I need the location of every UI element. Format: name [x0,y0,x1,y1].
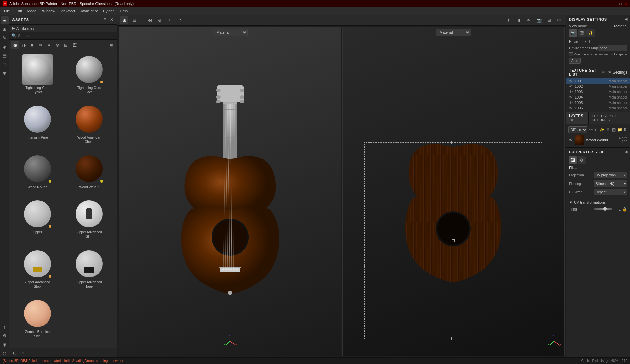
menu-edit[interactable]: Edit [13,8,25,14]
vp-transform-btn[interactable]: ⊕ [156,16,164,24]
tiling-lock-btn[interactable]: 🔒 [622,206,627,212]
menu-javascript[interactable]: JavaScript [78,8,100,14]
asset-item-zipper-adv-sli[interactable]: Zipper Advanced Sli... [64,197,115,246]
asset-item-zipper-adv-stop[interactable]: Zipper Advanced Stop [12,247,63,296]
tsl-settings[interactable]: Settings [613,70,627,75]
filter-brush-btn[interactable]: ✏ [37,41,44,49]
minimize-btn[interactable]: ─ [614,2,617,6]
filter-half-sphere-btn[interactable]: ◑ [20,41,27,49]
tsl-eye-on[interactable]: 👁 [602,70,606,75]
asset-item-zombie[interactable]: Zombie Bubbles Skin [12,297,63,345]
asset-add-btn[interactable]: + [28,349,34,356]
filter-sphere-btn[interactable]: ◉ [11,41,19,49]
tsl-item-eye-1004[interactable]: 👁 [569,95,573,99]
left-view-mode-select[interactable]: Material Base Color Wireframe [213,29,247,36]
override-checkbox[interactable] [569,52,573,56]
filter-grid-btn[interactable]: ⊞ [62,41,70,49]
filter-square-btn[interactable]: ■ [28,41,36,49]
layer-fill-btn[interactable]: ▤ [611,126,617,133]
tsl-item-1005[interactable]: 👁 1005 Main shader [566,100,630,105]
sidebar-icon-fill[interactable]: ▤ [1,51,9,59]
vp-pause-btn[interactable]: ⏸ [515,16,523,24]
layer-paint-btn[interactable]: ✏ [588,126,593,133]
ds-tab-camera[interactable]: 📷 [569,29,577,37]
menu-window[interactable]: Window [39,8,58,14]
tab-layers[interactable]: LAYERS ✕ [566,112,589,124]
vp-grid4-btn[interactable]: ⊞ [120,16,128,24]
prop-tab-material[interactable]: 🖼 [569,156,577,164]
ds-tab-effects[interactable]: ✨ [586,29,595,37]
tsl-item-eye-1005[interactable]: 👁 [569,101,573,105]
asset-item-cord-lace[interactable]: Tightening Cord Lace [64,53,115,101]
layer-delete-btn[interactable]: 🗑 [623,126,628,133]
asset-item-zipper[interactable]: Zipper [12,197,63,246]
tsl-item-1003[interactable]: 👁 1003 Main shader [566,89,630,94]
vp-grid-btn[interactable]: ⊞ [545,16,553,24]
tsl-item-eye-1006[interactable]: 👁 [569,106,573,110]
vp-settings-btn[interactable]: ⚙ [555,16,563,24]
display-settings-collapse-btn[interactable]: ◀ [625,17,627,21]
sidebar-icon-settings2[interactable]: ⚙ [1,332,9,340]
tsl-item-eye-1002[interactable]: 👁 [569,84,573,88]
vp-shadow-btn[interactable]: ☀ [504,16,513,24]
maximize-btn[interactable]: □ [619,2,622,6]
env-map-input[interactable] [598,45,627,51]
layer-group-btn[interactable]: 📁 [617,126,622,133]
filter-image-btn[interactable]: 🖼 [71,41,78,49]
close-btn[interactable]: ✕ [624,2,627,6]
tsl-item-1004[interactable]: 👁 1004 Main shader [566,94,630,100]
tsl-item-eye-1003[interactable]: 👁 [569,90,573,94]
grid-layout-btn[interactable]: ⊞ [108,41,115,49]
tab-layers-close[interactable]: ✕ [569,118,575,122]
viewport-pane-left[interactable]: Material Base Color Wireframe [119,27,341,356]
tsl-item-1001[interactable]: 👁 1001 Main shader [566,78,630,84]
asset-item-cord-eyelet[interactable]: Tightening Cord Eyelet [12,53,63,101]
viewport-pane-right[interactable]: Material Base Color [342,27,565,356]
assets-close-btn[interactable]: ✕ [109,17,114,22]
vp-add-fill-btn[interactable]: + [166,16,174,24]
menu-help[interactable]: Help [117,8,131,14]
sidebar-icon-layers[interactable]: ≡ [1,16,9,24]
menu-file[interactable]: File [1,8,13,14]
filter-pencil-btn[interactable]: ✒ [45,41,53,49]
uv-wrap-dropdown[interactable]: Repeat ▾ [594,189,627,195]
channel-select[interactable]: Diffuse [568,126,587,133]
sidebar-icon-select[interactable]: ◈ [1,43,9,51]
right-view-mode-select[interactable]: Material Base Color [436,29,471,36]
sidebar-icon-erase[interactable]: ◻ [1,60,9,68]
sidebar-icon-assets[interactable]: ⊞ [1,25,9,33]
assets-expand-btn[interactable]: ⊞ [102,17,108,22]
tab-tss[interactable]: TEXTURE SET SETTINGS [589,113,630,123]
layer-item-wood-walnut[interactable]: 👁 Wood Walnut Norm 100 [566,134,630,146]
sidebar-icon-smudge[interactable]: ~ [1,78,9,86]
vp-skip-back-btn[interactable]: ⏮ [145,16,154,24]
menu-viewport[interactable]: Viewport [58,8,78,14]
projection-dropdown[interactable]: UV projection ▾ [594,172,627,178]
menu-mode[interactable]: Mode [25,8,39,14]
vp-grid2-btn[interactable]: ⊟ [130,16,138,24]
sidebar-icon-uv[interactable]: ⬡ [1,349,9,357]
search-input[interactable] [18,34,115,38]
sidebar-icon-paint[interactable]: ✎ [1,34,9,42]
asset-item-zipper-adv-tape[interactable]: Zipper Advanced Tape [64,247,115,296]
asset-item-wood-american[interactable]: Wood American Che... [64,103,115,151]
sidebar-icon-import[interactable]: ↑ [1,323,9,331]
tsl-item-1006[interactable]: 👁 1006 Main shader [566,105,630,111]
all-libraries-item[interactable]: ▶ All libraries [9,25,117,32]
layer-effects-btn[interactable]: ✨ [600,126,605,133]
sidebar-icon-clone[interactable]: ⊕ [1,69,9,77]
layer-eye-icon[interactable]: 👁 [569,138,573,142]
vp-view-btn[interactable]: 👁 [525,16,533,24]
vp-camera-btn[interactable]: 📷 [535,16,543,24]
vp-reset-btn[interactable]: ↺ [176,16,184,24]
sidebar-icon-3d[interactable]: ◉ [1,340,9,348]
asset-item-wood-walnut[interactable]: Wood Walnut [64,152,115,196]
layer-blend-btn[interactable]: ⊕ [605,126,610,133]
ds-tab-video[interactable]: 🎬 [578,29,586,37]
filtering-dropdown[interactable]: Bilinear | HQ ▾ [594,180,627,187]
menu-python[interactable]: Python [100,8,117,14]
tsl-item-1002[interactable]: 👁 1002 Main shader [566,84,630,89]
filter-filter-btn[interactable]: ⊘ [54,41,61,49]
asset-grid-small-btn[interactable]: ⊟ [11,349,18,356]
auto-btn[interactable]: Auto [569,58,581,64]
